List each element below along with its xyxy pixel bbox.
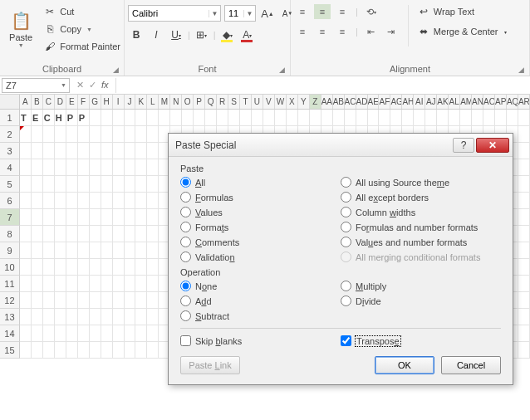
cell[interactable] [125,276,136,292]
cell[interactable] [43,226,55,242]
merge-center-button[interactable]: ⬌Merge & Center▾ [417,24,507,39]
format-painter-button[interactable]: 🖌Format Painter [43,39,120,54]
column-header[interactable]: R [217,95,228,109]
cell[interactable] [32,193,43,209]
cell[interactable] [32,226,43,242]
cell[interactable] [66,226,78,242]
cell[interactable] [135,259,147,276]
row-header[interactable]: 6 [0,193,20,209]
column-header[interactable]: C [43,95,55,109]
cell[interactable] [518,126,530,143]
column-header[interactable]: T [240,95,252,109]
column-header[interactable]: AH [402,95,414,109]
cell[interactable] [20,209,32,226]
cell[interactable] [135,193,147,209]
cell[interactable] [55,143,66,159]
cell[interactable] [90,226,101,242]
paste-button[interactable]: 📋 Paste ▼ [3,2,38,56]
dialog-launcher-icon[interactable]: ◢ [113,66,119,74]
font-size-combo[interactable]: ▼ [224,5,256,22]
radio-values[interactable]: Values [180,207,341,217]
cell[interactable] [518,309,530,325]
cell[interactable] [43,126,55,143]
column-header[interactable]: O [182,95,194,109]
column-header[interactable]: W [275,95,287,109]
row-header[interactable]: 13 [0,309,20,325]
column-header[interactable]: AM [460,95,472,109]
cell[interactable] [20,292,32,309]
cell[interactable] [66,176,78,193]
cell[interactable] [368,110,380,126]
align-bottom-button[interactable]: ≡ [334,4,351,19]
cell[interactable] [55,159,66,176]
cell[interactable] [101,226,113,242]
cell[interactable] [147,110,159,126]
cell[interactable] [20,159,32,176]
cell[interactable] [507,110,518,126]
cell[interactable] [20,325,32,342]
cell[interactable] [135,143,147,159]
cell[interactable]: C [43,110,55,126]
cell[interactable] [78,292,90,309]
column-header[interactable]: E [66,95,78,109]
cut-button[interactable]: ✂Cut [43,4,120,19]
cell[interactable] [135,309,147,325]
cell[interactable] [518,276,530,292]
cell[interactable] [101,309,113,325]
cell[interactable] [135,292,147,309]
cell[interactable] [518,176,530,193]
cell[interactable] [90,259,101,276]
cell[interactable] [90,176,101,193]
bold-button[interactable]: B [128,27,145,43]
radio-formats[interactable]: Formats [180,222,341,232]
column-header[interactable]: AR [518,95,530,109]
cell[interactable] [43,209,55,226]
cell[interactable] [78,209,90,226]
cell[interactable] [125,126,136,143]
cell[interactable] [101,276,113,292]
wrap-text-button[interactable]: ↩Wrap Text [417,4,507,19]
cell[interactable] [101,110,113,126]
cell[interactable] [101,176,113,193]
formula-bar[interactable] [115,78,530,93]
cell[interactable] [147,143,159,159]
cell[interactable] [147,325,159,342]
cell[interactable] [125,342,136,359]
cell[interactable] [20,193,32,209]
cell[interactable] [66,309,78,325]
cell[interactable] [113,193,125,209]
italic-button[interactable]: I [148,27,164,43]
cell[interactable] [66,342,78,359]
cell[interactable] [20,176,32,193]
cell[interactable] [425,110,437,126]
cell[interactable] [147,159,159,176]
cell[interactable] [217,110,228,126]
cell[interactable] [414,110,425,126]
cell[interactable]: P [66,110,78,126]
column-header[interactable]: M [159,95,170,109]
cell[interactable] [518,159,530,176]
fx-button[interactable]: fx [101,80,109,90]
radio-validation[interactable]: Validation [180,252,341,262]
orientation-button[interactable]: ⟲▾ [363,4,380,19]
cancel-formula-icon[interactable]: ✕ [76,80,84,90]
column-header[interactable]: G [90,95,101,109]
cell[interactable] [135,159,147,176]
column-header[interactable]: AG [390,95,402,109]
align-right-button[interactable]: ≡ [334,24,351,39]
cell[interactable] [43,309,55,325]
cell[interactable]: T [20,110,32,126]
cell[interactable] [78,276,90,292]
cell[interactable] [402,110,414,126]
cell[interactable] [125,242,136,259]
cell[interactable] [55,209,66,226]
radio-divide[interactable]: Divide [341,295,501,306]
cell[interactable] [135,126,147,143]
cell[interactable] [55,309,66,325]
radio-all-except-borders[interactable]: All except borders [341,192,501,203]
radio-none[interactable]: None [180,281,341,291]
cell[interactable] [43,342,55,359]
cell[interactable] [20,276,32,292]
cell[interactable] [125,325,136,342]
fill-color-button[interactable]: ◆▾ [219,27,236,43]
